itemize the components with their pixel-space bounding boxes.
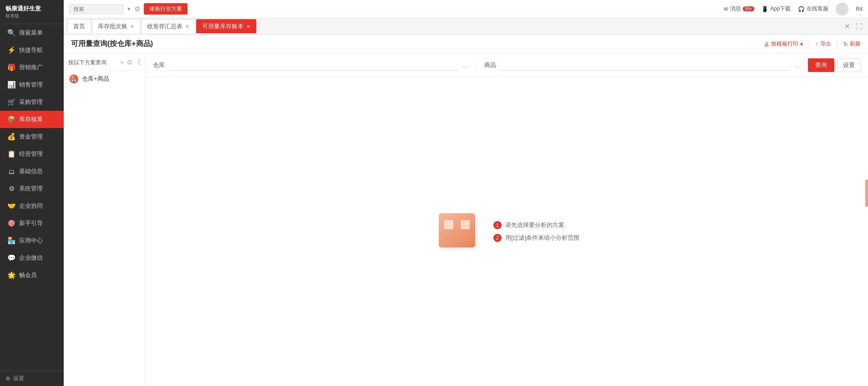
filter-header-label: 按以下方案查询 — [68, 59, 107, 67]
collapse-btn[interactable]: 《 — [134, 58, 141, 67]
operations-icon: 📋 — [7, 150, 15, 158]
sidebar-item-appstore[interactable]: 🏪 应用中心 — [0, 232, 64, 249]
newbie-icon: 🎯 — [7, 219, 15, 227]
empty-illustration — [434, 209, 480, 254]
sidebar-item-label: 应用中心 — [19, 237, 43, 245]
tab-batch-ledger[interactable]: 库存批次账✕ — [92, 19, 140, 33]
topbar-right: ✉ 消息 99+ 📱 App下载 🎧 在线客服 Rit — [724, 3, 863, 15]
headset-icon: 🎧 — [798, 6, 805, 12]
sidebar-item-operations[interactable]: 📋 经营管理 — [0, 145, 64, 163]
warehouse-label: 仓库 — [153, 61, 165, 69]
sidebar-item-inventory[interactable]: 📦 库存核算 — [0, 111, 64, 128]
warehouse-more-btn[interactable]: … — [462, 61, 469, 69]
tab-summary[interactable]: 收发存汇总表✕ — [141, 19, 195, 33]
print-icon: 🖨 — [764, 41, 769, 47]
sidebar-item-wechat[interactable]: 💬 企业微信 — [0, 249, 64, 267]
avatar[interactable] — [836, 3, 848, 15]
username: Rit — [856, 6, 863, 12]
add-scheme-btn[interactable]: ＋ — [119, 58, 125, 67]
tab-available[interactable]: 可用量库存账本✕ — [196, 19, 256, 33]
search-icon: 🔍 — [7, 29, 15, 37]
sidebar-item-label: 营销推广 — [19, 63, 43, 72]
sidebar-logo: 畅康通好生意 标准版 — [0, 0, 64, 24]
tab-label: 首页 — [73, 22, 85, 31]
tab-label: 库存批次账 — [98, 22, 127, 31]
sidebar-item-purchase-mgmt[interactable]: 🛒 采购管理 — [0, 93, 64, 111]
export-btn[interactable]: ↑ 导出 — [816, 40, 831, 48]
chevron-print-icon: ▾ — [800, 41, 803, 47]
sidebar-item-newbie[interactable]: 🎯 新手引导 — [0, 215, 64, 232]
logo-title: 畅康通好生意 — [5, 5, 58, 13]
sidebar-item-label: 快捷导航 — [19, 46, 43, 54]
query-bar: 仓库 … 商品 … 查询 设置 — [146, 54, 868, 77]
warehouse-input[interactable] — [168, 60, 458, 71]
sidebar-item-shortcut[interactable]: ⚡ 快捷导航 — [0, 41, 64, 59]
filter-header: 按以下方案查询 ＋ ⊙ 《 — [64, 58, 145, 71]
scheme-settings-btn[interactable]: ⊙ — [127, 58, 132, 67]
content-area: 按以下方案查询 ＋ ⊙ 《 🏪 仓库+商品 仓库 … — [64, 54, 868, 386]
page-title: 可用量查询(按仓库+商品) — [71, 39, 153, 49]
app-download-btn[interactable]: 📱 App下载 — [761, 5, 791, 13]
appstore-icon: 🏪 — [7, 237, 15, 245]
sidebar-item-label: 库存核算 — [19, 115, 43, 124]
chevron-down-icon[interactable]: ▾ — [127, 5, 131, 12]
empty-hint-2: 2 用[过滤]条件来缩小分析范围 — [493, 234, 579, 242]
marketing-icon: 🎁 — [7, 63, 15, 72]
tab-home[interactable]: 首页 — [67, 19, 91, 33]
goods-more-btn[interactable]: … — [793, 61, 801, 69]
sidebar-item-label: 采购管理 — [19, 98, 43, 106]
message-icon: ✉ — [724, 6, 728, 12]
sidebar-item-label: 销售管理 — [19, 81, 43, 89]
sidebar-item-finance[interactable]: 💰 资金管理 — [0, 128, 64, 145]
system-icon: ⚙ — [7, 185, 15, 193]
finance-icon: 💰 — [7, 133, 15, 141]
empty-state: 1 请先选择要分析的方案 2 用[过滤]条件来缩小分析范围 — [146, 77, 868, 386]
topbar-search-input[interactable] — [69, 4, 124, 14]
sidebar-item-search[interactable]: 🔍 搜索菜单 — [0, 24, 64, 41]
page-header-actions: 🖨 按模板打印 ▾ | ↑ 导出 | ↻ 刷新 — [764, 40, 861, 48]
sidebar-item-enterprise[interactable]: 🤝 企业协同 — [0, 197, 64, 215]
tab-close-icon[interactable]: ✕ — [130, 24, 134, 30]
query-btn[interactable]: 查询 — [808, 58, 834, 72]
sidebar-item-label: 系统管理 — [19, 185, 43, 193]
purchase-mgmt-icon: 🛒 — [7, 98, 15, 106]
filter-header-actions: ＋ ⊙ 《 — [119, 58, 141, 67]
sidebar-item-member[interactable]: 🌟 畅会员 — [0, 267, 64, 284]
message-badge: 99+ — [743, 6, 754, 11]
tabs-bar: 首页库存批次账✕收发存汇总表✕可用量库存账本✕ ✕ ⛶ — [64, 18, 868, 35]
query-btn-group: 查询 设置 — [808, 58, 861, 72]
trial-btn[interactable]: 体验行业方案 — [144, 3, 188, 15]
tab-label: 可用量库存账本 — [202, 22, 244, 31]
warehouse-goods-icon: 🏪 — [69, 74, 78, 83]
sidebar-item-system[interactable]: ⚙ 系统管理 — [0, 180, 64, 197]
filter-item-label: 仓库+商品 — [82, 75, 109, 83]
inventory-icon: 📦 — [7, 115, 15, 124]
sidebar-item-label: 畅会员 — [19, 271, 37, 279]
sidebar-item-marketing[interactable]: 🎁 营销推广 — [0, 59, 64, 76]
empty-text: 1 请先选择要分析的方案 2 用[过滤]条件来缩小分析范围 — [493, 221, 579, 242]
query-setting-btn[interactable]: 设置 — [837, 58, 861, 72]
query-sep-1 — [477, 61, 477, 70]
gear-icon[interactable]: ⚙ — [134, 5, 140, 13]
message-btn[interactable]: ✉ 消息 99+ — [724, 5, 754, 13]
filter-panel: 按以下方案查询 ＋ ⊙ 《 🏪 仓库+商品 — [64, 54, 146, 386]
sidebar-bottom: ⚙ 设置 — [0, 371, 64, 386]
sidebar-item-label: 新手引导 — [19, 219, 43, 227]
close-tab-btn[interactable]: ✕ — [843, 21, 852, 31]
refresh-btn[interactable]: ↻ 刷新 — [843, 40, 861, 48]
print-btn[interactable]: 🖨 按模板打印 ▾ — [764, 40, 803, 48]
topbar: ▾ ⚙ 体验行业方案 ✉ 消息 99+ 📱 App下载 🎧 在线客服 Rit — [64, 0, 868, 18]
online-service-btn[interactable]: 🎧 在线客服 — [798, 5, 828, 13]
tab-close-icon[interactable]: ✕ — [185, 24, 189, 30]
shortcut-icon: ⚡ — [7, 46, 15, 54]
sidebar-item-sales-mgmt[interactable]: 📊 销售管理 — [0, 76, 64, 93]
sidebar-item-label: 搜索菜单 — [19, 29, 43, 37]
sidebar-item-label: 企业协同 — [19, 202, 43, 210]
basics-icon: 🗂 — [7, 168, 15, 175]
tab-close-icon[interactable]: ✕ — [246, 24, 250, 30]
goods-input[interactable] — [500, 60, 790, 71]
maximize-btn[interactable]: ⛶ — [854, 21, 864, 31]
goods-field: 商品 … — [484, 60, 801, 71]
sidebar-item-basics[interactable]: 🗂 基础信息 — [0, 163, 64, 180]
filter-item-warehouse-goods[interactable]: 🏪 仓库+商品 — [64, 71, 145, 87]
